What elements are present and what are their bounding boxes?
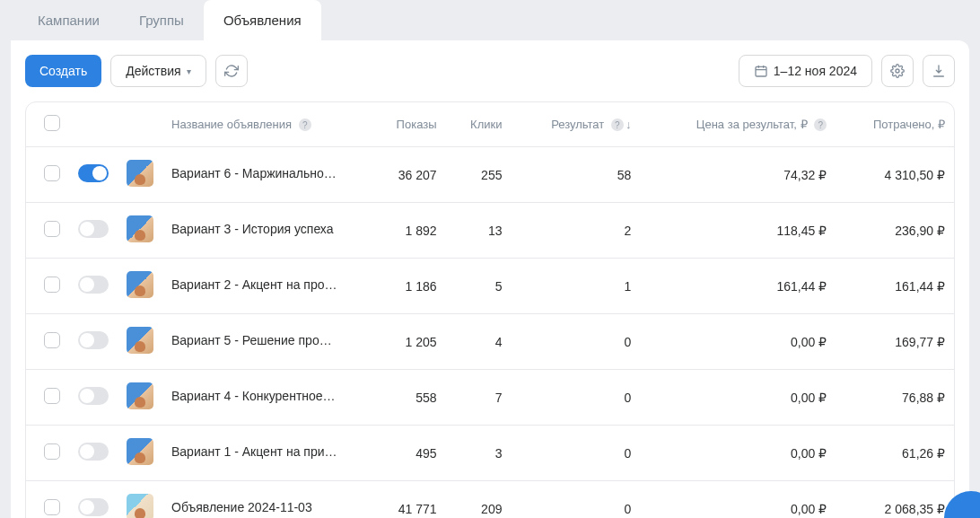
col-name-header[interactable]: Название объявления	[171, 118, 292, 131]
gear-icon	[890, 64, 905, 78]
enable-toggle[interactable]	[78, 220, 109, 238]
row-checkbox[interactable]	[44, 165, 60, 181]
row-checkbox[interactable]	[44, 388, 60, 404]
refresh-icon	[224, 64, 239, 78]
col-spent-header[interactable]: Потрачено, ₽	[836, 102, 954, 147]
cell-clicks: 4	[446, 314, 512, 370]
tab-ads[interactable]: Объявления	[204, 0, 321, 40]
ad-name[interactable]: Объявление 2024-11-03	[171, 500, 312, 514]
settings-button[interactable]	[881, 55, 914, 87]
create-button[interactable]: Создать	[25, 55, 101, 87]
ad-name[interactable]: Вариант 6 - Маржинально…	[171, 166, 337, 180]
row-checkbox[interactable]	[44, 221, 60, 237]
table-row: Вариант 4 - Конкурентное…558700,00 ₽76,8…	[26, 370, 954, 426]
help-icon[interactable]: ?	[814, 119, 827, 131]
panel: Создать Действия ▾ 1–12 ноя 2024	[11, 40, 969, 518]
row-checkbox[interactable]	[44, 277, 60, 293]
cell-impressions: 1 892	[369, 203, 446, 259]
download-icon	[932, 64, 946, 78]
ads-table-container: Название объявления ? Показы Клики Резул…	[25, 101, 955, 518]
ad-name[interactable]: Вариант 3 - История успеха	[171, 222, 334, 236]
cell-result: 0	[511, 370, 640, 426]
actions-dropdown[interactable]: Действия ▾	[110, 55, 206, 87]
ad-thumbnail[interactable]	[127, 382, 153, 409]
ad-thumbnail[interactable]	[127, 160, 153, 187]
date-range-label: 1–12 ноя 2024	[774, 64, 857, 78]
cell-clicks: 7	[446, 370, 512, 426]
date-range-picker[interactable]: 1–12 ноя 2024	[739, 55, 872, 87]
cell-spent: 236,90 ₽	[836, 203, 954, 259]
ad-thumbnail[interactable]	[127, 494, 153, 518]
tab-campaigns[interactable]: Кампании	[18, 0, 119, 40]
table-row: Вариант 2 - Акцент на про…1 18651161,44 …	[26, 259, 954, 314]
cell-result: 58	[511, 147, 640, 203]
cell-result: 0	[511, 314, 640, 370]
cell-impressions: 495	[369, 426, 446, 481]
col-impressions-header[interactable]: Показы	[369, 102, 446, 147]
select-all-checkbox[interactable]	[44, 115, 60, 131]
enable-toggle[interactable]	[78, 331, 109, 349]
cell-impressions: 1 205	[369, 314, 446, 370]
cell-spent: 61,26 ₽	[836, 426, 954, 481]
col-cpr-header[interactable]: Цена за результат, ₽	[696, 118, 808, 131]
cell-cpr: 118,45 ₽	[640, 203, 836, 259]
cell-result: 1	[511, 259, 640, 314]
cell-impressions: 1 186	[369, 259, 446, 314]
col-result-header[interactable]: Результат	[551, 118, 604, 131]
svg-rect-0	[756, 66, 766, 76]
svg-point-1	[896, 69, 899, 73]
tab-groups[interactable]: Группы	[119, 0, 204, 40]
cell-clicks: 5	[446, 259, 512, 314]
cell-clicks: 13	[446, 203, 512, 259]
cell-result: 0	[511, 426, 640, 481]
cell-cpr: 161,44 ₽	[640, 259, 836, 314]
ad-name[interactable]: Вариант 2 - Акцент на про…	[171, 277, 337, 292]
cell-impressions: 36 207	[369, 147, 446, 203]
ad-name[interactable]: Вариант 4 - Конкурентное…	[171, 389, 336, 403]
ad-thumbnail[interactable]	[127, 271, 153, 298]
row-checkbox[interactable]	[44, 443, 60, 460]
cell-result: 0	[511, 481, 640, 519]
table-row: Объявление 2024-11-0341 77120900,00 ₽2 0…	[26, 481, 954, 519]
cell-cpr: 74,32 ₽	[640, 147, 836, 203]
refresh-button[interactable]	[215, 55, 248, 87]
ad-thumbnail[interactable]	[127, 327, 153, 354]
cell-clicks: 255	[446, 147, 512, 203]
help-icon[interactable]: ?	[299, 119, 311, 131]
table-row: Вариант 3 - История успеха1 892132118,45…	[26, 203, 954, 259]
cell-clicks: 3	[446, 426, 512, 481]
chevron-down-icon: ▾	[187, 66, 191, 76]
sort-down-icon[interactable]: ↓	[626, 118, 632, 131]
calendar-icon	[754, 64, 768, 78]
ad-name[interactable]: Вариант 1 - Акцент на при…	[171, 444, 337, 459]
ad-thumbnail[interactable]	[127, 438, 153, 465]
cell-cpr: 0,00 ₽	[640, 481, 836, 519]
cell-spent: 2 068,35 ₽	[836, 481, 954, 519]
table-row: Вариант 6 - Маржинально…36 2072555874,32…	[26, 147, 954, 203]
cell-impressions: 41 771	[369, 481, 446, 519]
help-icon[interactable]: ?	[611, 119, 624, 131]
enable-toggle[interactable]	[78, 276, 109, 294]
enable-toggle[interactable]	[78, 164, 109, 182]
ad-thumbnail[interactable]	[127, 215, 153, 242]
col-clicks-header[interactable]: Клики	[446, 102, 512, 147]
download-button[interactable]	[923, 55, 955, 87]
ad-name[interactable]: Вариант 5 - Решение про…	[171, 333, 332, 347]
cell-cpr: 0,00 ₽	[640, 426, 836, 481]
row-checkbox[interactable]	[44, 332, 60, 348]
row-checkbox[interactable]	[44, 499, 60, 515]
cell-impressions: 558	[369, 370, 446, 426]
enable-toggle[interactable]	[78, 387, 109, 405]
enable-toggle[interactable]	[78, 498, 109, 516]
cell-spent: 76,88 ₽	[836, 370, 954, 426]
cell-cpr: 0,00 ₽	[640, 370, 836, 426]
ads-table: Название объявления ? Показы Клики Резул…	[26, 102, 954, 518]
enable-toggle[interactable]	[78, 443, 109, 461]
cell-cpr: 0,00 ₽	[640, 314, 836, 370]
cell-spent: 161,44 ₽	[836, 259, 954, 314]
cell-spent: 4 310,50 ₽	[836, 147, 954, 203]
toolbar: Создать Действия ▾ 1–12 ноя 2024	[25, 55, 955, 87]
table-row: Вариант 1 - Акцент на при…495300,00 ₽61,…	[26, 426, 954, 481]
tabs-bar: Кампании Группы Объявления	[0, 0, 980, 40]
cell-spent: 169,77 ₽	[836, 314, 954, 370]
